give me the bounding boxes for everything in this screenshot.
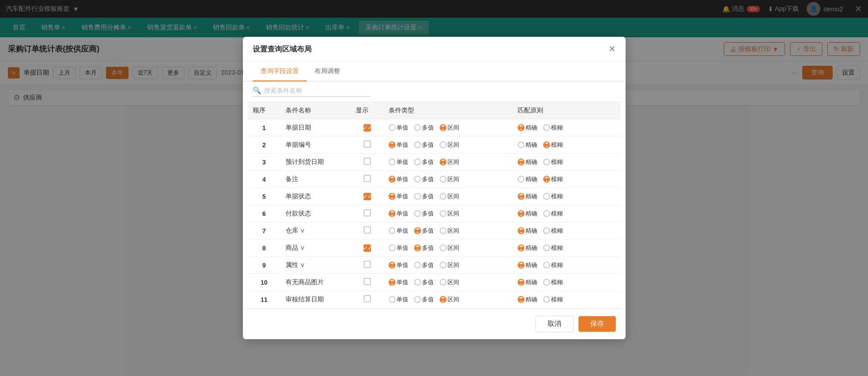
radio-match-精确-7[interactable]: 精确 <box>518 244 537 252</box>
table-row: 1单据日期✓单值多值区间精确模糊 <box>248 119 621 136</box>
checkbox-3[interactable] <box>364 175 371 182</box>
row-checkbox-10[interactable] <box>351 291 384 308</box>
row-type-4: 单值多值区间 <box>384 188 513 205</box>
row-order-7: 7 <box>248 222 281 240</box>
radio-type-单值-10[interactable]: 单值 <box>389 295 408 304</box>
radio-match-精确-4[interactable]: 精确 <box>518 192 537 201</box>
search-input[interactable] <box>264 87 362 94</box>
radio-type-多值-0[interactable]: 多值 <box>414 124 434 132</box>
radio-match-精确-0[interactable]: 精确 <box>518 124 537 132</box>
radio-match-模糊-4[interactable]: 模糊 <box>543 192 563 201</box>
radio-type-单值-4[interactable]: 单值 <box>389 192 408 201</box>
radio-type-区间-2[interactable]: 区间 <box>440 158 459 166</box>
radio-match-模糊-7[interactable]: 模糊 <box>543 244 563 252</box>
checkbox-6[interactable] <box>364 226 371 234</box>
radio-match-精确-8[interactable]: 精确 <box>518 261 537 269</box>
radio-type-多值-6[interactable]: 多值 <box>414 227 434 235</box>
radio-type-区间-9[interactable]: 区间 <box>440 278 459 287</box>
row-checkbox-9[interactable] <box>351 274 384 291</box>
checkbox-5[interactable] <box>364 209 371 216</box>
radio-type-多值-8[interactable]: 多值 <box>414 261 434 269</box>
radio-match-精确-5[interactable]: 精确 <box>518 210 537 218</box>
radio-match-模糊-0[interactable]: 模糊 <box>543 124 563 132</box>
row-checkbox-5[interactable] <box>351 205 384 222</box>
radio-match-模糊-3[interactable]: 模糊 <box>543 175 563 184</box>
row-checkbox-3[interactable] <box>351 171 384 188</box>
row-type-3: 单值多值区间 <box>384 171 513 188</box>
radio-type-多值-9[interactable]: 多值 <box>414 278 434 287</box>
save-button[interactable]: 保存 <box>579 316 616 332</box>
radio-match-模糊-5[interactable]: 模糊 <box>543 210 563 218</box>
radio-match-模糊-9[interactable]: 模糊 <box>543 278 563 287</box>
row-type-6: 单值多值区间 <box>384 222 513 240</box>
row-type-1: 单值多值区间 <box>384 136 513 154</box>
radio-type-单值-1[interactable]: 单值 <box>389 141 408 149</box>
radio-type-单值-8[interactable]: 单值 <box>389 261 408 269</box>
row-name-2: 预计到货日期 <box>281 154 351 171</box>
checkbox-9[interactable] <box>364 278 371 285</box>
row-checkbox-1[interactable] <box>351 136 384 154</box>
radio-type-单值-3[interactable]: 单值 <box>389 175 408 184</box>
radio-type-多值-2[interactable]: 多值 <box>414 158 434 166</box>
radio-match-模糊-2[interactable]: 模糊 <box>543 158 563 166</box>
radio-type-区间-3[interactable]: 区间 <box>440 175 459 184</box>
radio-type-区间-8[interactable]: 区间 <box>440 261 459 269</box>
row-name-4: 单据状态 <box>281 188 351 205</box>
radio-type-单值-2[interactable]: 单值 <box>389 158 408 166</box>
radio-type-单值-9[interactable]: 单值 <box>389 278 408 287</box>
radio-type-区间-7[interactable]: 区间 <box>440 244 459 252</box>
radio-type-多值-5[interactable]: 多值 <box>414 210 434 218</box>
row-checkbox-8[interactable] <box>351 257 384 274</box>
row-name-0: 单据日期 <box>281 119 351 136</box>
radio-match-精确-6[interactable]: 精确 <box>518 227 537 235</box>
radio-type-区间-5[interactable]: 区间 <box>440 210 459 218</box>
checkbox-7[interactable]: ✓ <box>364 244 371 252</box>
radio-match-模糊-6[interactable]: 模糊 <box>543 227 563 235</box>
radio-type-单值-0[interactable]: 单值 <box>389 124 408 132</box>
radio-type-区间-0[interactable]: 区间 <box>440 124 459 132</box>
row-checkbox-6[interactable] <box>351 222 384 240</box>
radio-match-模糊-8[interactable]: 模糊 <box>543 261 563 269</box>
radio-type-单值-5[interactable]: 单值 <box>389 210 408 218</box>
th-condition-type: 条件类型 <box>384 102 513 119</box>
radio-type-单值-7[interactable]: 单值 <box>389 244 408 252</box>
row-checkbox-7[interactable]: ✓ <box>351 240 384 257</box>
radio-match-精确-1[interactable]: 精确 <box>518 141 537 149</box>
radio-type-多值-1[interactable]: 多值 <box>414 141 434 149</box>
dialog-tabs: 查询字段设置 布局调整 <box>243 62 626 81</box>
dialog-close-button[interactable]: ✕ <box>608 44 616 54</box>
dialog-tab-layout[interactable]: 布局调整 <box>307 62 348 81</box>
checkbox-10[interactable] <box>364 295 371 302</box>
radio-type-多值-3[interactable]: 多值 <box>414 175 434 184</box>
cancel-button[interactable]: 取消 <box>535 316 574 332</box>
radio-type-多值-10[interactable]: 多值 <box>414 295 434 304</box>
row-match-7: 精确模糊 <box>513 240 620 257</box>
radio-type-区间-4[interactable]: 区间 <box>440 192 459 201</box>
row-name-7: 商品 ∨ <box>281 240 351 257</box>
row-type-7: 单值多值区间 <box>384 240 513 257</box>
radio-match-精确-10[interactable]: 精确 <box>518 295 537 304</box>
dialog-tab-query-fields[interactable]: 查询字段设置 <box>253 62 307 81</box>
radio-match-精确-3[interactable]: 精确 <box>518 175 537 184</box>
checkbox-1[interactable] <box>364 140 371 148</box>
row-match-0: 精确模糊 <box>513 119 620 136</box>
radio-type-区间-1[interactable]: 区间 <box>440 141 459 149</box>
radio-type-单值-6[interactable]: 单值 <box>389 227 408 235</box>
checkbox-2[interactable] <box>364 158 371 165</box>
row-checkbox-0[interactable]: ✓ <box>351 119 384 136</box>
row-name-6: 仓库 ∨ <box>281 222 351 240</box>
radio-type-区间-6[interactable]: 区间 <box>440 227 459 235</box>
radio-type-多值-4[interactable]: 多值 <box>414 192 434 201</box>
checkbox-8[interactable] <box>364 261 371 268</box>
radio-match-模糊-10[interactable]: 模糊 <box>543 295 563 304</box>
checkbox-0[interactable]: ✓ <box>364 124 371 132</box>
checkbox-4[interactable]: ✓ <box>364 193 371 200</box>
table-row: 8商品 ∨✓单值多值区间精确模糊 <box>248 240 621 257</box>
row-checkbox-2[interactable] <box>351 154 384 171</box>
radio-match-精确-9[interactable]: 精确 <box>518 278 537 287</box>
radio-type-多值-7[interactable]: 多值 <box>414 244 434 252</box>
radio-match-精确-2[interactable]: 精确 <box>518 158 537 166</box>
row-checkbox-4[interactable]: ✓ <box>351 188 384 205</box>
radio-type-区间-10[interactable]: 区间 <box>440 295 459 304</box>
radio-match-模糊-1[interactable]: 模糊 <box>543 141 563 149</box>
